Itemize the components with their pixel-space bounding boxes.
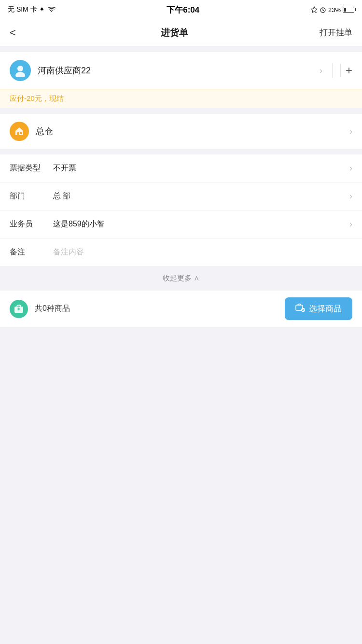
supplier-chevron-icon: › [320,66,322,76]
house-icon [14,126,25,137]
remark-row[interactable]: 备注 备注内容 [0,238,362,266]
select-label: 选择商品 [309,303,342,314]
form-section: 票据类型 不开票 › 部门 总 部 › 业务员 这是859的小智 › 备注 备注… [0,154,362,266]
svg-rect-5 [17,132,19,135]
svg-rect-6 [20,132,22,134]
invoice-type-row[interactable]: 票据类型 不开票 › [0,154,362,182]
wifi-icon [48,7,56,13]
warehouse-icon [10,122,29,141]
department-chevron-icon: › [349,191,352,201]
cart-icon [14,304,24,314]
salesperson-label: 业务员 [10,219,48,229]
product-icon [10,300,28,318]
select-product-button[interactable]: 选择商品 [285,297,352,320]
svg-line-2 [323,10,324,11]
collapse-label: 收起更多 ∧ [163,274,199,283]
warehouse-name: 总仓 [36,126,349,137]
department-label: 部门 [10,191,48,201]
battery-percent: 23% [328,6,341,14]
department-value: 总 部 [53,191,349,201]
page-title: 进货单 [161,27,188,39]
notice-text: 应付-20元，现结 [10,94,64,102]
product-count: 共0种商品 [35,304,285,314]
status-right: 23% [311,6,354,14]
salesperson-row[interactable]: 业务员 这是859的小智 › [0,210,362,238]
battery-icon [343,7,354,13]
content-area: 河南供应商22 › + 应付-20元，现结 总仓 › 票据类型 不开票 › [0,52,362,327]
supplier-card: 河南供应商22 › + 应付-20元，现结 [0,52,362,108]
svg-point-3 [17,66,23,71]
location-icon [311,6,318,13]
select-cart-icon [295,303,305,314]
status-bar: 无 SIM 卡 ✦ 下午6:04 23% [0,0,362,19]
salesperson-value: 这是859的小智 [53,219,349,229]
status-left: 无 SIM 卡 ✦ [8,5,56,14]
supplier-name: 河南供应商22 [38,65,320,76]
divider [332,63,333,78]
bottom-bar: 共0种商品 选择商品 [0,291,362,327]
nav-bar: < 进货单 打开挂单 [0,19,362,46]
user-icon [14,64,27,77]
alarm-icon [320,6,326,13]
invoice-value: 不开票 [53,163,349,173]
warehouse-row[interactable]: 总仓 › [0,114,362,149]
invoice-chevron-icon: › [349,163,352,173]
add-supplier-button[interactable]: + [340,64,352,77]
supplier-avatar [10,60,31,81]
remark-label: 备注 [10,247,48,257]
supplier-row[interactable]: 河南供应商22 › + [0,52,362,89]
warehouse-chevron-icon: › [349,126,352,137]
invoice-label: 票据类型 [10,163,48,173]
back-button[interactable]: < [10,27,29,39]
department-row[interactable]: 部门 总 部 › [0,182,362,210]
remark-placeholder: 备注内容 [53,247,352,257]
sim-label: 无 SIM 卡 ✦ [8,5,45,14]
svg-point-4 [15,72,25,77]
collapse-row[interactable]: 收起更多 ∧ [0,266,362,291]
open-pending-button[interactable]: 打开挂单 [320,27,352,38]
status-time: 下午6:04 [167,4,199,15]
notice-banner: 应付-20元，现结 [0,89,362,108]
salesperson-chevron-icon: › [349,219,352,229]
